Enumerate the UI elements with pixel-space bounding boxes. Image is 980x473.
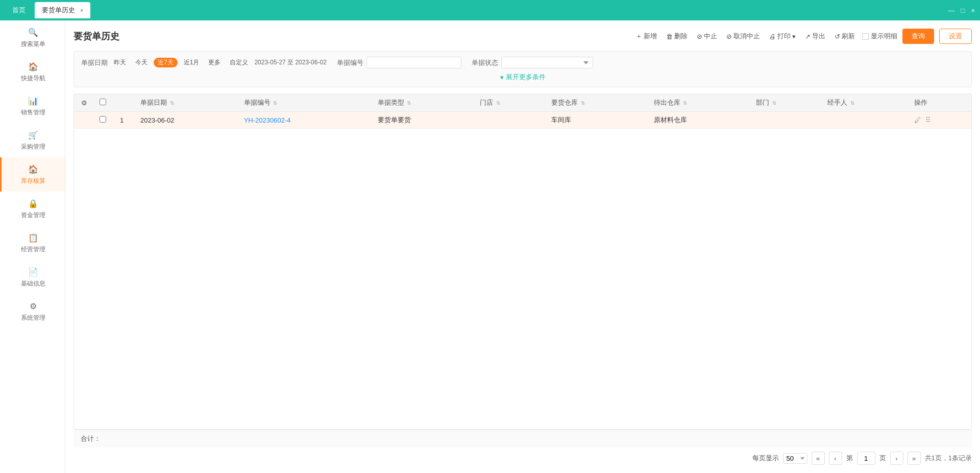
select-all-checkbox[interactable] xyxy=(100,99,106,105)
stop-icon: ⊘ xyxy=(697,33,702,40)
expand-more[interactable]: ▾ 展开更多条件 xyxy=(81,73,964,82)
sidebar-label-operations: 经营管理 xyxy=(21,245,45,254)
row-doc-no-link[interactable]: YH-20230602-4 xyxy=(244,116,291,124)
sidebar-item-inventory[interactable]: 🏠 库存核算 xyxy=(0,157,65,192)
page-unit-label: 页 xyxy=(879,454,886,463)
row-doc-type: 要货单要货 xyxy=(373,112,475,129)
col-doc-no-label: 单据编号 xyxy=(244,99,271,106)
row-checkbox-cell xyxy=(94,112,115,129)
print-arrow-icon: ▾ xyxy=(792,33,796,40)
next-page-btn[interactable]: › xyxy=(890,452,903,465)
date-btn-today[interactable]: 今天 xyxy=(132,58,151,67)
delete-icon: 🗑 xyxy=(666,33,673,40)
window-close[interactable]: × xyxy=(971,7,975,14)
col-handler-label: 经手人 xyxy=(827,99,847,106)
delete-label: 删除 xyxy=(674,32,688,41)
date-btn-yesterday[interactable]: 昨天 xyxy=(111,58,129,67)
system-icon: ⚙ xyxy=(28,300,39,312)
query-button[interactable]: 查询 xyxy=(902,29,934,44)
col-store-label: 门店 xyxy=(480,99,493,106)
table-row: 1 2023-06-02 YH-20230602-4 要货单要货 车间库 原材料… xyxy=(74,112,971,129)
new-button[interactable]: ＋ 新增 xyxy=(633,31,659,42)
table-header: ⚙ 单据日期 ⇅ 单据编号 ⇅ xyxy=(74,94,971,112)
row-more-icon[interactable]: ⠿ xyxy=(925,116,930,124)
row-req-warehouse: 车间库 xyxy=(546,112,649,129)
row-doc-no: YH-20230602-4 xyxy=(239,112,373,129)
sidebar-item-purchase[interactable]: 🛒 采购管理 xyxy=(0,123,65,157)
sort-date-icon: ⇅ xyxy=(170,100,174,106)
delete-button[interactable]: 🗑 删除 xyxy=(664,31,690,42)
print-icon: 🖨 xyxy=(769,33,776,40)
sort-pending-warehouse-icon: ⇅ xyxy=(683,100,687,106)
row-date: 2023-06-02 xyxy=(135,112,239,129)
col-settings[interactable]: ⚙ xyxy=(74,94,94,112)
page-number-input[interactable] xyxy=(857,452,875,465)
prev-page-btn[interactable]: ‹ xyxy=(829,452,842,465)
sidebar-label-quick-nav: 快捷导航 xyxy=(21,74,45,83)
sidebar-item-quick-nav[interactable]: 🏠 快捷导航 xyxy=(0,55,65,89)
expand-more-label: 展开更多条件 xyxy=(506,73,546,82)
doc-no-input[interactable] xyxy=(366,57,461,68)
doc-status-select[interactable] xyxy=(501,57,593,68)
col-req-warehouse-label: 要货仓库 xyxy=(551,99,578,106)
date-btn-more[interactable]: 更多 xyxy=(205,58,224,67)
col-pending-warehouse[interactable]: 待出仓库 ⇅ xyxy=(649,94,751,112)
date-btn-custom[interactable]: 自定义 xyxy=(227,58,251,67)
stop-label: 中止 xyxy=(704,32,717,41)
export-button[interactable]: ↗ 导出 xyxy=(803,31,827,42)
sidebar-item-search-menu[interactable]: 🔍 搜索菜单 xyxy=(0,20,65,55)
row-store xyxy=(475,112,546,129)
tab-home[interactable]: 首页 xyxy=(5,2,33,18)
refresh-button[interactable]: ↺ 刷新 xyxy=(832,31,857,42)
tab-close-icon[interactable]: × xyxy=(80,7,83,13)
display-detail-toggle[interactable]: 显示明细 xyxy=(862,32,897,41)
sort-doc-type-icon: ⇅ xyxy=(407,100,411,106)
page-size-select[interactable]: 10 20 50 100 xyxy=(783,453,807,464)
sidebar-item-system[interactable]: ⚙ 系统管理 xyxy=(0,294,65,328)
col-handler[interactable]: 经手人 ⇅ xyxy=(822,94,909,112)
col-doc-type[interactable]: 单据类型 ⇅ xyxy=(373,94,475,112)
sidebar-item-sales[interactable]: 📊 销售管理 xyxy=(0,89,65,123)
date-btn-7days[interactable]: 近7天 xyxy=(154,58,178,67)
settings-button[interactable]: 设置 xyxy=(939,29,972,44)
row-dept xyxy=(751,112,822,129)
first-page-btn[interactable]: « xyxy=(812,452,825,465)
window-minimize[interactable]: — xyxy=(948,7,955,14)
doc-no-filter: 单据编号 xyxy=(337,57,461,68)
stop-button[interactable]: ⊘ 中止 xyxy=(695,31,719,42)
col-req-warehouse[interactable]: 要货仓库 ⇅ xyxy=(546,94,649,112)
date-filter-label: 单据日期 xyxy=(81,58,108,67)
summary-bar: 合计： xyxy=(74,430,972,447)
refresh-icon: ↺ xyxy=(835,33,840,40)
col-doc-no[interactable]: 单据编号 ⇅ xyxy=(239,94,373,112)
col-dept[interactable]: 部门 ⇅ xyxy=(751,94,822,112)
print-button[interactable]: 🖨 打印 ▾ xyxy=(767,31,798,42)
action-icons: 🖊 ⠿ xyxy=(914,116,966,124)
quick-nav-icon: 🏠 xyxy=(28,61,39,72)
sales-icon: 📊 xyxy=(28,95,39,106)
cancel-stop-label: 取消中止 xyxy=(733,32,760,41)
sidebar-item-operations[interactable]: 📋 经营管理 xyxy=(0,226,65,260)
row-checkbox[interactable] xyxy=(100,116,106,123)
col-date[interactable]: 单据日期 ⇅ xyxy=(135,94,239,112)
window-maximize[interactable]: □ xyxy=(961,7,965,14)
page-header: 要货单历史 ＋ 新增 🗑 删除 ⊘ 中止 ⊘ 取消中止 xyxy=(74,29,972,44)
date-btn-1month[interactable]: 近1月 xyxy=(181,58,203,67)
sidebar-label-finance: 资金管理 xyxy=(21,211,45,220)
export-label: 导出 xyxy=(812,32,825,41)
export-icon: ↗ xyxy=(805,33,811,40)
page-title: 要货单历史 xyxy=(74,30,119,42)
last-page-btn[interactable]: » xyxy=(908,452,921,465)
tab-yaohuodan[interactable]: 要货单历史 × xyxy=(35,2,90,18)
sidebar-item-base-info[interactable]: 📄 基础信息 xyxy=(0,260,65,294)
display-detail-checkbox[interactable] xyxy=(862,33,869,40)
row-action-cell: 🖊 ⠿ xyxy=(909,112,971,129)
row-edit-icon[interactable]: 🖊 xyxy=(914,116,921,124)
col-store[interactable]: 门店 ⇅ xyxy=(475,94,546,112)
sidebar: 🔍 搜索菜单 🏠 快捷导航 📊 销售管理 🛒 采购管理 🏠 库存核算 🔒 资金管… xyxy=(0,20,65,473)
cancel-stop-button[interactable]: ⊘ 取消中止 xyxy=(724,31,762,42)
sort-doc-no-icon: ⇅ xyxy=(273,100,277,106)
sidebar-item-finance[interactable]: 🔒 资金管理 xyxy=(0,192,65,226)
page-size-label: 每页显示 xyxy=(752,454,779,463)
expand-more-icon: ▾ xyxy=(500,74,504,81)
